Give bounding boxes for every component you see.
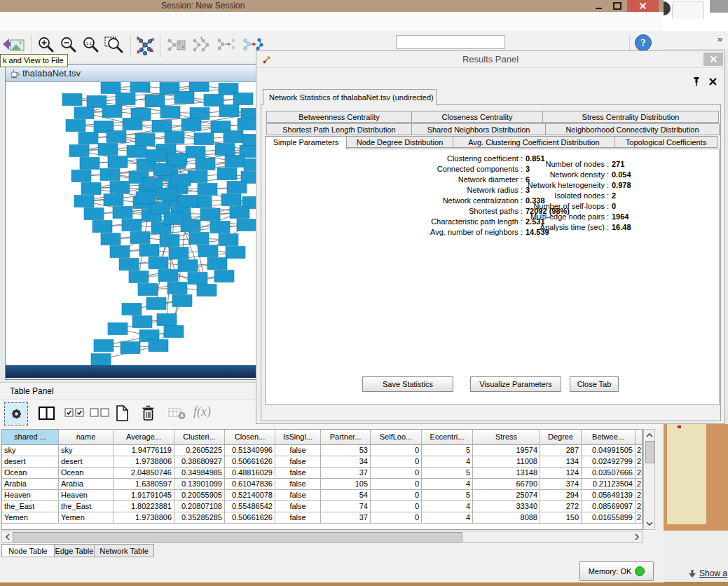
metric-tab[interactable]: Simple Parameters: [265, 136, 347, 149]
network-node[interactable]: [102, 106, 122, 118]
column-header[interactable]: Partner...: [321, 430, 371, 445]
network-node[interactable]: [188, 273, 207, 285]
column-header-partial[interactable]: [636, 430, 643, 445]
network-node[interactable]: [233, 93, 253, 105]
network-node[interactable]: [181, 119, 201, 131]
column-header[interactable]: Stress: [473, 430, 540, 445]
network-frame-titlebar[interactable]: thalabaNet.tsv: [6, 65, 259, 82]
network-node[interactable]: [172, 295, 192, 307]
network-node[interactable]: [101, 82, 121, 94]
pin-panel-icon[interactable]: [692, 76, 701, 88]
network-node[interactable]: [225, 156, 245, 168]
network-node[interactable]: [149, 257, 168, 269]
network-node[interactable]: [69, 145, 89, 157]
tab-edge-table[interactable]: Edge Table: [54, 544, 95, 557]
network-node[interactable]: [145, 95, 165, 107]
network-node[interactable]: [157, 314, 177, 326]
node-table[interactable]: shared ...nameAverage...Clusteri...Close…: [1, 429, 643, 530]
unselect-all-columns-button[interactable]: [90, 408, 110, 419]
title-bar[interactable]: Session: New Session: [0, 0, 664, 12]
table-horizontal-scrollbar[interactable]: [1, 531, 643, 543]
network-node[interactable]: [91, 354, 111, 366]
table-row[interactable]: OceanOcean2.048507460.349849850.48816029…: [2, 468, 643, 479]
network-node[interactable]: [66, 120, 85, 132]
network-node[interactable]: [146, 150, 166, 162]
scroll-up-arrow[interactable]: [645, 430, 654, 440]
scroll-right-arrow[interactable]: [632, 532, 642, 541]
metric-tab[interactable]: Node Degree Distribution: [346, 136, 453, 148]
network-node[interactable]: [171, 175, 191, 186]
table-row[interactable]: YemenYemen1.97388060.352852850.50661626f…: [2, 512, 643, 524]
network-node[interactable]: [219, 105, 239, 117]
network-node[interactable]: [80, 158, 99, 170]
network-node[interactable]: [198, 184, 217, 196]
column-header[interactable]: Closen...: [225, 430, 275, 445]
metric-tab[interactable]: Betweenness Centrality: [266, 111, 412, 123]
network-node[interactable]: [146, 298, 166, 310]
network-node[interactable]: [174, 92, 194, 104]
tab-node-table[interactable]: Node Table: [1, 544, 55, 557]
metric-tab[interactable]: Neighborhood Connectivity Distribution: [545, 123, 720, 135]
network-node[interactable]: [138, 284, 158, 296]
network-node[interactable]: [194, 133, 214, 145]
network-node[interactable]: [189, 82, 209, 92]
network-canvas[interactable]: [6, 82, 258, 365]
network-node[interactable]: [74, 196, 94, 207]
network-node[interactable]: [186, 146, 205, 158]
network-node[interactable]: [113, 207, 132, 219]
network-node[interactable]: [116, 93, 135, 105]
column-header[interactable]: SelfLoo...: [371, 430, 422, 445]
table-row[interactable]: the_Eastthe_East1.802238810.208071080.55…: [2, 501, 643, 512]
network-node[interactable]: [160, 107, 180, 118]
network-node[interactable]: [157, 189, 177, 200]
network-node[interactable]: [190, 108, 210, 120]
network-node[interactable]: [167, 154, 187, 165]
network-node[interactable]: [136, 192, 156, 204]
network-node[interactable]: [122, 304, 142, 315]
tab-network-table[interactable]: Network Table: [94, 544, 154, 557]
network-merge-icon-2[interactable]: [191, 35, 212, 56]
horizontal-scroll-thumb[interactable]: [13, 532, 462, 543]
results-panel-close-button[interactable]: [703, 53, 723, 66]
zoom-fit-button[interactable]: 1:1: [81, 35, 101, 56]
select-all-columns-button[interactable]: [64, 408, 85, 419]
column-header[interactable]: Eccentri...: [422, 430, 473, 445]
zoom-out-button[interactable]: [59, 35, 78, 56]
network-node[interactable]: [110, 246, 130, 258]
network-node[interactable]: [108, 323, 128, 335]
column-header[interactable]: IsSingl...: [275, 430, 321, 445]
network-node[interactable]: [204, 95, 224, 107]
network-node[interactable]: [149, 340, 168, 352]
network-node[interactable]: [123, 118, 142, 130]
scroll-down-arrow[interactable]: [645, 519, 654, 529]
network-node[interactable]: [197, 285, 217, 297]
apply-layout-button[interactable]: [135, 35, 156, 57]
maximize-button[interactable]: [609, 0, 625, 12]
metric-tab[interactable]: Closeness Centrality: [411, 111, 543, 123]
network-node[interactable]: [152, 121, 172, 132]
network-node[interactable]: [215, 144, 235, 156]
network-node[interactable]: [227, 182, 247, 193]
table-row[interactable]: skysky1.947761190.26052250.51340996false…: [2, 445, 643, 456]
scroll-left-arrow[interactable]: [3, 532, 13, 541]
network-node[interactable]: [100, 169, 120, 181]
network-node[interactable]: [92, 221, 112, 233]
network-node[interactable]: [121, 342, 140, 354]
network-node[interactable]: [78, 132, 98, 144]
show-downloads-link[interactable]: Show a: [688, 568, 727, 578]
network-merge-icon-1[interactable]: [165, 35, 186, 56]
network-node[interactable]: [119, 259, 139, 271]
close-button[interactable]: [627, 0, 659, 12]
close-panel-icon[interactable]: [708, 77, 717, 86]
network-node[interactable]: [224, 131, 243, 143]
network-node[interactable]: [129, 271, 149, 283]
network-node[interactable]: [153, 164, 173, 176]
metric-tab[interactable]: Avg. Clustering Coefficient Distribution: [453, 136, 615, 148]
network-node[interactable]: [101, 233, 121, 245]
network-node[interactable]: [122, 219, 142, 231]
network-node[interactable]: [178, 196, 198, 207]
network-node[interactable]: [127, 146, 146, 158]
network-node[interactable]: [164, 213, 184, 225]
split-panel-button[interactable]: [38, 406, 56, 423]
network-node[interactable]: [160, 235, 179, 247]
